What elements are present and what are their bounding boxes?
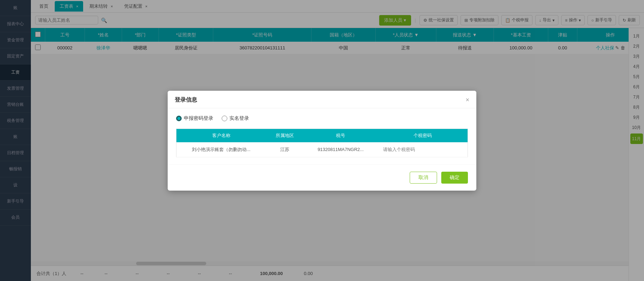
- dialog-col-region: 所属地区: [266, 129, 304, 142]
- radio-option1[interactable]: [176, 116, 182, 121]
- dialog-close-button[interactable]: ×: [465, 96, 469, 104]
- cell-client-name: 刘小艳演示账套（勿删勿动...: [176, 142, 266, 157]
- login-dialog: 登录信息 × 申报密码登录 实名登录 客户名称 所属地区: [168, 91, 476, 191]
- tax-password-input[interactable]: [383, 147, 462, 152]
- radio-group: 申报密码登录 实名登录: [176, 115, 468, 122]
- dialog-table: 客户名称 所属地区 税号 个税密码 刘小艳演示账套（勿删勿动... 江苏 913…: [176, 129, 468, 157]
- radio-option2[interactable]: [222, 116, 227, 121]
- dialog-title: 登录信息: [175, 96, 197, 104]
- dialog-table-row: 刘小艳演示账套（勿删勿动... 江苏 91320811MA7NGR2...: [176, 142, 468, 157]
- dialog-col-password: 个税密码: [377, 129, 468, 142]
- cell-tax-no: 91320811MA7NGR2...: [304, 142, 377, 157]
- radio-option2-label[interactable]: 实名登录: [222, 115, 249, 122]
- confirm-button[interactable]: 确定: [441, 172, 468, 184]
- dialog-footer: 取消 确定: [168, 164, 476, 191]
- dialog-col-taxno: 税号: [304, 129, 377, 142]
- radio-option1-label[interactable]: 申报密码登录: [176, 115, 213, 122]
- cell-region: 江苏: [266, 142, 304, 157]
- dialog-body: 申报密码登录 实名登录 客户名称 所属地区 税号 个税密码: [168, 108, 476, 164]
- dialog-col-client: 客户名称: [176, 129, 266, 142]
- cell-password[interactable]: [377, 142, 468, 157]
- cancel-button[interactable]: 取消: [410, 172, 437, 184]
- dialog-header: 登录信息 ×: [168, 91, 476, 108]
- dialog-overlay: 登录信息 × 申报密码登录 实名登录 客户名称 所属地区: [0, 0, 644, 281]
